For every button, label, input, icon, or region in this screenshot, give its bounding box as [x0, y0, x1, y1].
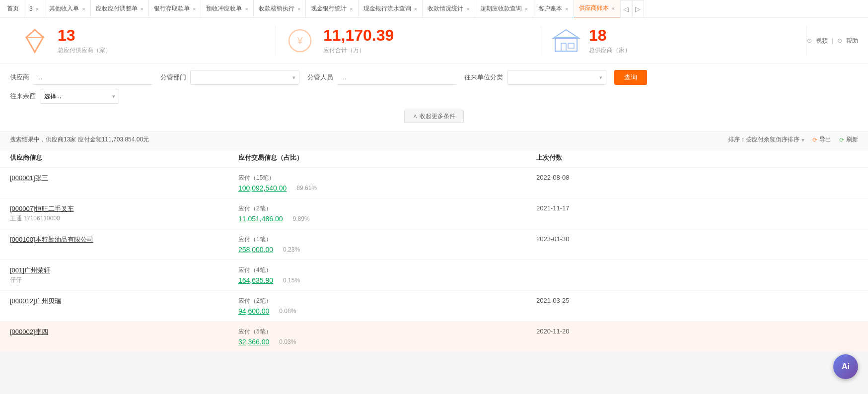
supplier-info-cell: [000012]广州贝瑞 [10, 297, 238, 306]
payable-amount[interactable]: 94,600.00 [238, 307, 269, 315]
nav-tab-3-label: 3 [29, 5, 33, 12]
sort-chevron-icon: ▾ [801, 136, 804, 143]
payable-info-cell: 应付（15笔） 100,092,540.00 89.61% [238, 174, 536, 192]
total-suppliers-label: 总供应商（家） [589, 46, 631, 55]
svg-line-3 [35, 37, 43, 52]
payable-info-cell: 应付（2笔） 11,051,486.00 9.89% [238, 204, 536, 223]
supplier-link[interactable]: [000002]李四 [10, 328, 238, 336]
person-input[interactable] [337, 70, 456, 85]
nav-tab-customer-close[interactable]: × [565, 6, 568, 12]
nav-tab-home[interactable]: 首页 [2, 0, 24, 18]
payable-amount[interactable]: 32,366.00 [238, 338, 269, 346]
nav-tab-3-close[interactable]: × [36, 6, 39, 12]
nav-tab-supplier-label: 供应商账本 [579, 4, 609, 12]
nav-next-btn[interactable]: ▷ [632, 0, 644, 18]
export-button[interactable]: ⟳ 导出 [812, 135, 831, 144]
category-select[interactable] [507, 70, 606, 85]
header-payable-info: 应付交易信息（占比） [238, 153, 536, 162]
result-bar-right: 排序：按应付余额倒序排序 ▾ ⟳ 导出 ⟳ 刷新 [728, 135, 858, 144]
last-pay-cell: 2020-11-20 [536, 328, 858, 335]
nav-tab-cash-stats-label: 现金银行统计 [311, 4, 347, 13]
dept-select[interactable] [190, 70, 299, 85]
payable-amount[interactable]: 164,635.90 [238, 276, 273, 284]
supplier-input[interactable] [33, 70, 152, 85]
payable-amount[interactable]: 258,000.00 [238, 246, 273, 254]
nav-tab-customer[interactable]: 客户账本 × [533, 0, 574, 18]
nav-tab-cash-flow-close[interactable]: × [414, 6, 417, 12]
table-header: 供应商信息 应付交易信息（占比） 上次付数 [0, 148, 868, 168]
nav-tab-collection[interactable]: 收款核销执行 × [254, 0, 306, 18]
payable-amount[interactable]: 11,051,486.00 [238, 215, 283, 223]
supplier-link[interactable]: [000007]恒旺二手叉车 [10, 204, 238, 213]
table-row: [000012]广州贝瑞 应付（2笔） 94,600.00 0.08% 2021… [0, 291, 868, 322]
payable-label: 应付（2笔） [238, 297, 536, 305]
video-link[interactable]: 视频 [816, 37, 828, 45]
nav-tab-overdue[interactable]: 超期应收款查询 × [475, 0, 533, 18]
stat-block-total-suppliers: 18 总供应商（家） [541, 26, 807, 56]
dept-label: 分管部门 [160, 73, 186, 82]
nav-tab-supplier-close[interactable]: × [612, 5, 615, 11]
header-actions: ⊙ 视频 | ⊙ 帮助 [807, 37, 858, 45]
nav-tab-ar-adjust-close[interactable]: × [141, 6, 144, 12]
header-supplier-info: 供应商信息 [10, 153, 238, 162]
collapse-button[interactable]: ∧ 收起更多条件 [404, 110, 464, 123]
payable-amount[interactable]: 100,092,540.00 [238, 184, 287, 192]
nav-tab-collection-close[interactable]: × [297, 6, 300, 12]
nav-tab-advance-close[interactable]: × [245, 6, 248, 12]
nav-prev-btn[interactable]: ◁ [620, 0, 632, 18]
wheat-icon: ¥ [286, 26, 315, 56]
nav-tab-cash-flow[interactable]: 现金银行流水查询 × [359, 0, 423, 18]
supplier-info-cell: [001]广州荣轩 仔仔 [10, 266, 238, 284]
table-row: [000007]恒旺二手叉车 王通 17106110000 应付（2笔） 11,… [0, 198, 868, 229]
supplier-info-cell: [000002]李四 [10, 328, 238, 336]
top-navigation: 首页 3 × 其他收入单 × 应收应付调整单 × 银行存取款单 × 预收冲应收单… [0, 0, 868, 18]
supplier-link[interactable]: [000012]广州贝瑞 [10, 297, 238, 306]
supplier-link[interactable]: [001]广州荣轩 [10, 266, 238, 275]
diamond-icon [20, 26, 50, 56]
payable-total-num: 11,170.39 [323, 27, 394, 44]
nav-tab-collection-stats[interactable]: 收款情况统计 × [423, 0, 475, 18]
nav-tab-ar-adjust-label: 应收应付调整单 [96, 4, 138, 13]
query-button[interactable]: 查询 [614, 70, 647, 85]
nav-tab-ar-adjust[interactable]: 应收应付调整单 × [91, 0, 149, 18]
nav-tab-collection-label: 收款核销执行 [259, 4, 294, 13]
nav-tab-bank[interactable]: 银行存取款单 × [149, 0, 201, 18]
payable-label: 应付（4笔） [238, 266, 536, 274]
supplier-link[interactable]: [000100]本特勤油品有限公司 [10, 235, 238, 244]
balance-select[interactable]: 选择... [40, 89, 119, 104]
stat-block-payable-suppliers: 13 总应付供应商（家） [10, 26, 276, 56]
payable-percent: 9.89% [293, 215, 310, 222]
svg-rect-9 [561, 43, 566, 51]
nav-tab-supplier[interactable]: 供应商账本 × [574, 0, 620, 18]
nav-tab-cash-flow-label: 现金银行流水查询 [363, 4, 411, 13]
filter-dept: 分管部门 [160, 70, 299, 85]
nav-tab-cash-stats[interactable]: 现金银行统计 × [306, 0, 358, 18]
nav-tab-3[interactable]: 3 × [24, 0, 44, 18]
supplier-info-cell: [000007]恒旺二手叉车 王通 17106110000 [10, 204, 238, 223]
result-bar: 搜索结果中，供应商13家 应付金额111,703,854.00元 排序：按应付余… [0, 131, 868, 148]
payable-percent: 89.61% [296, 185, 317, 192]
last-pay-date: 2021-03-25 [536, 297, 570, 304]
nav-tab-other-income[interactable]: 其他收入单 × [44, 0, 90, 18]
sort-button[interactable]: 排序：按应付余额倒序排序 ▾ [728, 135, 804, 144]
refresh-button[interactable]: ⟳ 刷新 [839, 135, 858, 144]
payable-label: 应付（15笔） [238, 174, 536, 182]
last-pay-cell: 2023-01-30 [536, 235, 858, 243]
refresh-label: 刷新 [846, 135, 858, 144]
nav-tab-home-label: 首页 [7, 4, 19, 13]
nav-tab-overdue-label: 超期应收款查询 [480, 4, 522, 13]
main-table: [000001]张三 应付（15笔） 100,092,540.00 89.61%… [0, 168, 868, 352]
payable-info-cell: 应付（1笔） 258,000.00 0.23% [238, 235, 536, 254]
nav-tab-advance[interactable]: 预收冲应收单 × [201, 0, 253, 18]
last-pay-cell: 2021-03-25 [536, 297, 858, 304]
payable-label: 应付（5笔） [238, 328, 536, 336]
nav-tab-cash-stats-close[interactable]: × [350, 6, 353, 12]
supplier-link[interactable]: [000001]张三 [10, 174, 238, 183]
nav-tab-bank-close[interactable]: × [193, 6, 196, 12]
payable-info-cell: 应付（4笔） 164,635.90 0.15% [238, 266, 536, 284]
table-row: [000001]张三 应付（15笔） 100,092,540.00 89.61%… [0, 168, 868, 198]
nav-tab-collection-stats-close[interactable]: × [466, 6, 469, 12]
help-link[interactable]: 帮助 [846, 37, 858, 45]
nav-tab-other-income-close[interactable]: × [82, 6, 85, 12]
nav-tab-overdue-close[interactable]: × [525, 6, 528, 12]
